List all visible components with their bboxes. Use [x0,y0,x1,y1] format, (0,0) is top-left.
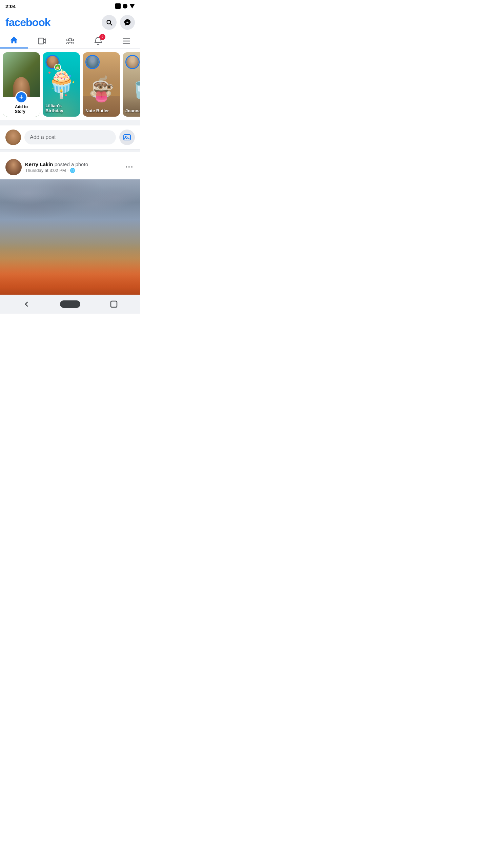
recents-button[interactable] [108,298,120,310]
post-action: posted a photo [55,161,88,167]
story-joanna[interactable]: 🥤 Joanna Lam [123,52,140,117]
story-label-nate: Nate Butler [85,108,117,113]
search-button[interactable] [102,15,117,30]
post-author: Kerry Lakin posted a photo [25,161,121,167]
svg-marker-1 [44,39,46,43]
author-name[interactable]: Kerry Lakin [25,161,53,167]
people-icon [66,37,75,45]
add-photo-button[interactable] [119,130,135,145]
stories-section: + Add toStory 🧁 🕯️ 🎂 Lillian's Birthday [0,49,140,120]
status-bar: 2:04 [0,0,140,12]
battery-icon [115,3,121,9]
app-header: facebook [0,12,140,33]
separator-dot: · [67,168,69,173]
home-pill-button[interactable] [60,300,80,308]
nav-back-button[interactable] [20,298,33,310]
messenger-button[interactable] [120,15,135,30]
add-story-icon: + [15,91,27,103]
post-creator: Add a post [0,123,140,150]
svg-rect-2 [40,39,40,40]
svg-rect-0 [38,38,43,44]
wifi-icon [129,4,135,8]
video-icon [38,37,46,45]
sunset-glow [0,243,140,295]
add-story-label: Add toStory [15,104,28,114]
section-separator-1 [0,120,140,123]
svg-point-4 [67,39,68,41]
current-user-avatar [5,130,21,145]
svg-rect-11 [111,301,117,307]
feed-section: Kerry Lakin posted a photo Thursday at 3… [0,155,140,295]
svg-rect-9 [124,135,130,140]
story-avatar-nate [85,55,100,69]
section-separator-2 [0,150,140,152]
photo-icon [123,133,131,141]
menu-icon [122,37,131,45]
bottom-nav [0,295,140,314]
nav-notifications[interactable]: 2 [84,33,112,48]
home-icon [9,36,18,45]
search-icon [105,19,113,26]
nav-bar: 2 [0,33,140,49]
story-label-lillian: Lillian's Birthday [45,103,77,113]
post-timestamp: Thursday at 3:02 PM [25,168,66,173]
status-time: 2:04 [5,3,16,9]
nav-people[interactable] [56,33,84,48]
signal-icon [123,4,127,8]
nav-home[interactable] [0,33,28,48]
privacy-icon: 🌐 [70,168,75,173]
story-add[interactable]: + Add toStory [3,52,40,117]
birthday-badge: 🎂 [54,64,61,71]
nav-menu[interactable] [112,33,140,48]
facebook-logo: facebook [5,16,50,29]
post-image [0,179,140,295]
story-lillian[interactable]: 🧁 🕯️ 🎂 Lillian's Birthday [43,52,80,117]
nav-video[interactable] [28,33,56,48]
post-author-avatar [5,159,22,175]
svg-point-3 [69,38,72,41]
messenger-icon [124,19,131,26]
back-icon [22,300,30,308]
post-more-button[interactable]: ··· [124,161,135,173]
story-nate[interactable]: ☕ 👅 👁️ 👁️ Nate Butler [83,52,120,117]
recents-icon [110,300,118,308]
post-meta: Kerry Lakin posted a photo Thursday at 3… [25,161,121,173]
story-avatar-joanna [125,55,140,69]
header-actions [102,15,135,30]
post-input[interactable]: Add a post [24,130,116,144]
status-icons [115,3,135,9]
post-input-placeholder: Add a post [30,134,56,140]
svg-point-5 [72,39,74,41]
post-header: Kerry Lakin posted a photo Thursday at 3… [0,155,140,179]
story-label-joanna: Joanna Lam [125,108,140,113]
post-time: Thursday at 3:02 PM · 🌐 [25,168,121,173]
notification-badge: 2 [99,34,105,40]
